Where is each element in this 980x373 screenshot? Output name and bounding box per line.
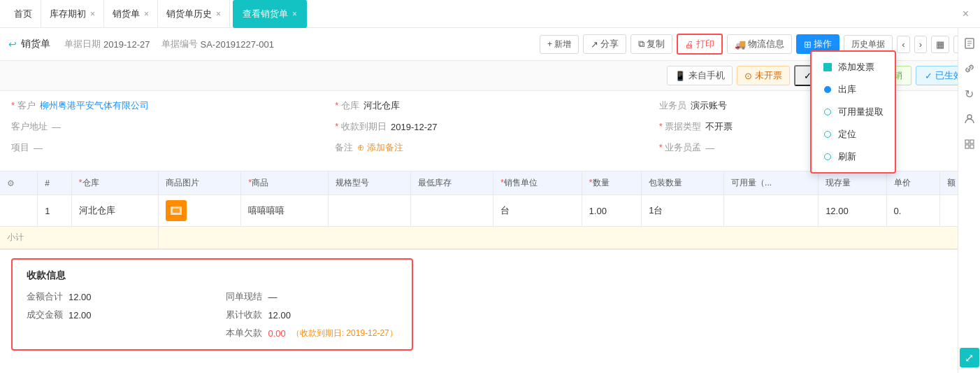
tab-sales-history[interactable]: 销货单历史 × — [158, 0, 230, 28]
tab-view-sales[interactable]: 查看销货单 × — [233, 0, 308, 28]
svg-rect-7 — [965, 140, 969, 143]
subtotal-label-cell: 小计 — [0, 227, 159, 249]
operate-dropdown: 添加发票 出库 可用量提取 定位 刷新 — [810, 50, 896, 174]
sidebar-grid-icon[interactable] — [960, 134, 979, 154]
subtotal-row: 小计 — [0, 227, 980, 249]
customer-value[interactable]: 柳州粤港平安气体有限公司 — [40, 99, 149, 112]
close-tab-history[interactable]: × — [216, 9, 221, 19]
sidebar-link-icon[interactable] — [960, 59, 979, 78]
project-value: — — [34, 143, 43, 153]
top-nav: 首页 库存期初 × 销货单 × 销货单历史 × 查看销货单 × × — [0, 0, 980, 28]
row-gear-cell — [0, 195, 38, 227]
prev-record-button[interactable]: ‹ — [897, 36, 909, 53]
quantity-col-header: *数量 — [582, 171, 642, 195]
arrears-row: 本单欠款 0.00 （收款到期日: 2019-12-27） — [226, 327, 397, 339]
add-remark-button[interactable]: ⊕ 添加备注 — [357, 141, 403, 154]
svg-point-6 — [967, 115, 972, 119]
pay-due-date-value: 2019-12-27 — [391, 122, 438, 132]
tab-sales-order[interactable]: 销货单 × — [104, 0, 158, 28]
arrears-label: 本单欠款 — [226, 327, 262, 339]
customer-label: 客户 — [11, 99, 36, 112]
sidebar-doc-icon[interactable] — [960, 34, 979, 53]
invoice-type-value: 不开票 — [705, 120, 733, 133]
doc-type-icon: ↩ — [8, 38, 17, 50]
cumulative-receipts-row: 累计收款 12.00 — [226, 309, 397, 321]
total-amount-label: 金额合计 — [27, 290, 63, 303]
row-current-stock-cell: 12.00 — [819, 195, 886, 227]
tab-inventory-init[interactable]: 库存期初 × — [41, 0, 104, 28]
tab-home[interactable]: 首页 — [6, 0, 41, 28]
total-amount-row: 金额合计 12.00 — [27, 290, 198, 303]
svg-rect-1 — [173, 209, 180, 213]
dropdown-outbound[interactable]: 出库 — [812, 78, 895, 101]
bottom-panel: 收款信息 金额合计 12.00 同单现结 — 成交金额 12.00 累计收款 1… — [0, 249, 980, 359]
window-close-button[interactable]: × — [957, 8, 974, 20]
total-amount-value: 12.00 — [69, 292, 92, 302]
remark-field: 备注 ⊕ 添加备注 — [335, 141, 644, 154]
next-record-button[interactable]: › — [914, 36, 927, 53]
pay-due-date-label: 收款到期日 — [335, 120, 387, 133]
row-warehouse-cell: 河北仓库 — [71, 195, 159, 227]
same-order-settle-row: 同单现结 — — [226, 290, 397, 303]
warehouse-value: 河北仓库 — [363, 99, 400, 112]
sidebar-refresh-icon[interactable]: ↻ — [960, 84, 979, 104]
min-stock-col-header: 最低库存 — [411, 171, 493, 195]
close-tab-view-sales[interactable]: × — [292, 9, 297, 19]
doc-date-label: 单据日期 — [64, 38, 101, 50]
effective-icon: ✓ — [925, 71, 932, 81]
same-order-settle-value: — — [268, 292, 277, 302]
doc-date-field: 单据日期 2019-12-27 — [64, 38, 150, 50]
row-product-cell: 嘻嘻嘻嘻 — [241, 195, 329, 227]
row-no-cell: 1 — [38, 195, 71, 227]
sidebar-expand-icon[interactable]: ⤢ — [960, 348, 979, 367]
payment-grid: 金额合计 12.00 同单现结 — 成交金额 12.00 累计收款 12.00 — [27, 290, 398, 339]
products-table: ⚙ # *仓库 商品图片 *商品 规格型号 最低库存 *销售单位 *数量 包装数… — [0, 171, 980, 249]
gear-col-header: ⚙ — [0, 171, 38, 195]
row-spec-cell — [329, 195, 411, 227]
dropdown-refresh[interactable]: 刷新 — [812, 146, 895, 168]
package-qty-col-header: 包装数量 — [642, 171, 724, 195]
toolbar: + 新增 ↗ 分享 ⧉ 复制 🖨 打印 🚚 物流信息 ⊞ 操作 历史单据 — [540, 34, 972, 55]
pending-invoice-button[interactable]: ⊙ 未开票 — [737, 66, 790, 85]
share-button[interactable]: ↗ 分享 — [583, 34, 626, 54]
print-button[interactable]: 🖨 打印 — [677, 34, 723, 55]
dropdown-add-invoice[interactable]: 添加发票 — [812, 56, 895, 78]
customer-field: 客户 柳州粤港平安气体有限公司 — [11, 99, 321, 112]
row-package-qty-cell: 1台 — [642, 195, 724, 227]
doc-title: 销货单 — [21, 38, 50, 50]
close-tab-inventory[interactable]: × — [90, 9, 95, 19]
product-col-header: *商品 — [241, 171, 329, 195]
logistics-button[interactable]: 🚚 物流信息 — [727, 34, 792, 54]
close-tab-sales[interactable]: × — [144, 9, 149, 19]
from-phone-button[interactable]: 📱 来自手机 — [667, 66, 733, 85]
staff-label: 业务员 — [659, 99, 686, 112]
view-grid-button[interactable]: ▦ — [931, 36, 949, 53]
doc-meta: 单据日期 2019-12-27 单据编号 SA-20191227-001 — [64, 38, 540, 50]
address-value: — — [52, 122, 61, 132]
phone-icon: 📱 — [675, 71, 686, 81]
subtotal-values-cell — [159, 227, 980, 249]
unit-price-col-header: 单价 — [886, 171, 940, 195]
locate-icon — [823, 129, 833, 139]
sales-staff-value: — — [705, 143, 714, 153]
doc-number-value: SA-20191227-001 — [201, 39, 275, 50]
row-available-cell — [724, 195, 819, 227]
doc-number-field: 单据编号 SA-20191227-001 — [161, 38, 275, 50]
add-icon: ⊕ — [357, 142, 367, 153]
row-sales-unit-cell: 台 — [493, 195, 582, 227]
payment-info: 收款信息 金额合计 12.00 同单现结 — 成交金额 12.00 累计收款 1… — [11, 258, 413, 351]
payment-title: 收款信息 — [27, 269, 398, 282]
table-row: 1 河北仓库 嘻嘻嘻嘻 台 1.00 1台 12.00 0. — [0, 195, 980, 227]
dropdown-locate[interactable]: 定位 — [812, 123, 895, 146]
no-col-header: # — [38, 171, 71, 195]
copy-button[interactable]: ⧉ 复制 — [630, 34, 672, 54]
dropdown-refresh-icon — [823, 152, 833, 162]
svg-rect-8 — [970, 140, 974, 143]
cumulative-receipts-value: 12.00 — [268, 310, 291, 321]
add-button[interactable]: + 新增 — [540, 35, 579, 54]
same-order-settle-label: 同单现结 — [226, 290, 262, 303]
arrears-note: （收款到期日: 2019-12-27） — [291, 328, 398, 339]
sidebar-user-icon[interactable] — [960, 109, 979, 129]
available-col-header: 可用量（... — [724, 171, 819, 195]
dropdown-available-qty[interactable]: 可用量提取 — [812, 101, 895, 123]
